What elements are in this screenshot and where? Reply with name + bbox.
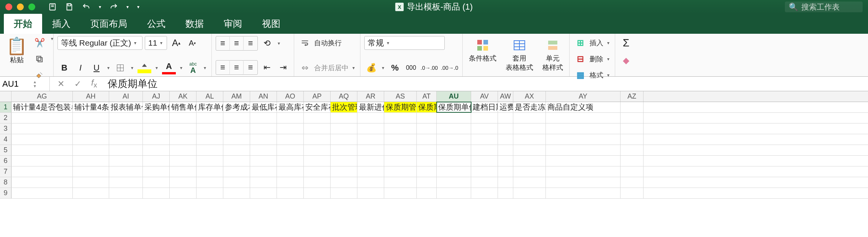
cell-AH5[interactable] — [73, 145, 109, 155]
cell-AI9[interactable] — [109, 188, 143, 198]
border-button[interactable] — [113, 61, 127, 75]
cell-AO8[interactable] — [277, 177, 304, 188]
cell-AX6[interactable] — [513, 156, 546, 166]
column-header-AV[interactable]: AV — [471, 91, 498, 102]
cell-AL2[interactable] — [197, 113, 223, 123]
cell-AJ3[interactable] — [143, 123, 170, 134]
column-header-AR[interactable]: AR — [357, 91, 384, 102]
cell-AO7[interactable] — [277, 166, 304, 177]
decrease-decimal-button[interactable]: .00→.0 — [441, 61, 459, 75]
cell-AT7[interactable] — [417, 166, 437, 177]
cell-AZ1[interactable] — [621, 102, 644, 112]
cell-AV7[interactable] — [471, 166, 498, 177]
tab-insert[interactable]: 插入 — [42, 14, 80, 34]
cell-AP4[interactable] — [304, 134, 331, 145]
cell-AN2[interactable] — [250, 113, 277, 123]
tab-home[interactable]: 开始 — [4, 14, 42, 34]
column-header-AN[interactable]: AN — [250, 91, 277, 102]
cell-AU9[interactable] — [437, 188, 471, 198]
cell-AS8[interactable] — [384, 177, 417, 188]
cell-AI3[interactable] — [109, 123, 143, 134]
cell-AV1[interactable]: 建档日期 — [471, 102, 498, 112]
cell-AX4[interactable] — [513, 134, 546, 145]
decrease-font-button[interactable]: A▾ — [185, 36, 199, 50]
clear-button[interactable]: ◆ — [619, 54, 633, 67]
fill-dropdown-icon[interactable]: ▾ — [154, 65, 159, 71]
cell-AH7[interactable] — [73, 166, 109, 177]
cell-AX7[interactable] — [513, 166, 546, 177]
cell-AM6[interactable] — [223, 156, 250, 166]
cell-AR4[interactable] — [357, 134, 384, 145]
row-header-9[interactable]: 9 — [0, 188, 11, 198]
cell-AS4[interactable] — [384, 134, 417, 145]
cell-AY9[interactable] — [546, 188, 621, 198]
cell-AJ5[interactable] — [143, 145, 170, 155]
cell-AM1[interactable]: 参考成本 — [223, 102, 250, 112]
cell-AR5[interactable] — [357, 145, 384, 155]
font-color-button[interactable]: A — [162, 61, 176, 75]
cell-AX5[interactable] — [513, 145, 546, 155]
tab-data[interactable]: 数据 — [175, 14, 214, 34]
cell-AM8[interactable] — [223, 177, 250, 188]
orientation-dropdown-icon[interactable]: ▾ — [276, 41, 282, 46]
cell-AZ6[interactable] — [621, 156, 644, 166]
cell-AV3[interactable] — [471, 123, 498, 134]
cell-AP7[interactable] — [304, 166, 331, 177]
phonetic-dropdown-icon[interactable]: ▾ — [202, 65, 208, 71]
cell-AL5[interactable] — [197, 145, 223, 155]
font-select[interactable]: 等线 Regular (正文)▾ — [57, 36, 142, 50]
cell-AY3[interactable] — [546, 123, 621, 134]
tab-view[interactable]: 视图 — [252, 14, 290, 34]
increase-decimal-button[interactable]: .0→.00 — [420, 61, 438, 75]
currency-button[interactable]: 💰 — [364, 61, 378, 75]
cell-AJ7[interactable] — [143, 166, 170, 177]
qat-customize-icon[interactable]: ▾ — [136, 4, 141, 10]
increase-font-button[interactable]: A▴ — [169, 36, 183, 50]
cell-AR3[interactable] — [357, 123, 384, 134]
cell-AR7[interactable] — [357, 166, 384, 177]
cell-AK5[interactable] — [170, 145, 197, 155]
cell-AR8[interactable] — [357, 177, 384, 188]
cell-AH1[interactable]: 辅计量4条码 — [73, 102, 109, 112]
cell-AZ2[interactable] — [621, 113, 644, 123]
cell-AQ1[interactable]: 批次管理 — [331, 102, 357, 112]
cell-AT4[interactable] — [417, 134, 437, 145]
cell-AR1[interactable]: 最新进价 — [357, 102, 384, 112]
cell-AM5[interactable] — [223, 145, 250, 155]
cell-AO2[interactable] — [277, 113, 304, 123]
tab-page-layout[interactable]: 页面布局 — [80, 14, 137, 34]
cell-AN8[interactable] — [250, 177, 277, 188]
close-window-button[interactable] — [5, 3, 12, 10]
search-input[interactable] — [801, 3, 859, 12]
cell-AY8[interactable] — [546, 177, 621, 188]
merge-dropdown-icon[interactable]: ▾ — [351, 65, 356, 71]
column-header-AM[interactable]: AM — [223, 91, 250, 102]
wrap-text-button[interactable] — [298, 36, 312, 50]
cell-AI4[interactable] — [109, 134, 143, 145]
cell-AU1[interactable]: 保质期单位 — [437, 102, 471, 112]
cell-AM7[interactable] — [223, 166, 250, 177]
cell-AR2[interactable] — [357, 113, 384, 123]
cell-AQ9[interactable] — [331, 188, 357, 198]
fontcolor-dropdown-icon[interactable]: ▾ — [179, 65, 184, 71]
cell-styles-button[interactable]: 单元 格样式 — [540, 36, 565, 74]
cell-AS1[interactable]: 保质期管理 — [384, 102, 417, 112]
comma-button[interactable]: 000 — [404, 61, 418, 75]
tab-formulas[interactable]: 公式 — [137, 14, 175, 34]
save-icon[interactable] — [64, 1, 75, 13]
conditional-formatting-button[interactable]: 条件格式 — [467, 36, 499, 74]
cell-AG7[interactable] — [11, 166, 73, 177]
redo-dropdown-icon[interactable]: ▾ — [125, 4, 130, 10]
orientation-button[interactable]: ⟲ — [260, 36, 274, 50]
cell-AH8[interactable] — [73, 177, 109, 188]
cell-AW1[interactable]: 运费 — [498, 102, 513, 112]
align-bottom-button[interactable]: ≡ — [244, 36, 257, 50]
cell-AQ8[interactable] — [331, 177, 357, 188]
cell-AL8[interactable] — [197, 177, 223, 188]
autosum-button[interactable]: Σ — [619, 36, 633, 50]
align-top-button[interactable]: ≡ — [216, 36, 230, 50]
border-dropdown-icon[interactable]: ▾ — [129, 65, 135, 71]
cell-AP3[interactable] — [304, 123, 331, 134]
column-header-AO[interactable]: AO — [277, 91, 304, 102]
cell-AG8[interactable] — [11, 177, 73, 188]
